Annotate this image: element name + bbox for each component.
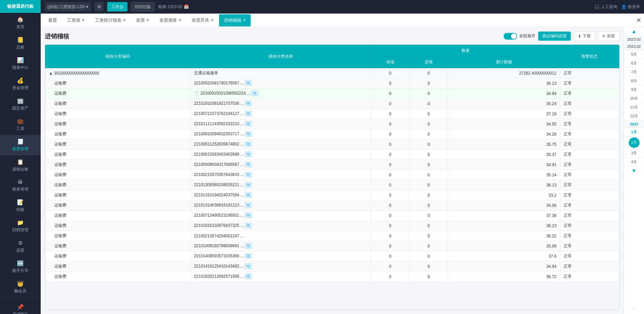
sidebar-item-archive[interactable]: 📁 归档管理 [0,216,41,236]
favorite-button[interactable]: ☆ [624,303,644,314]
panel-month-10月[interactable]: 10月 [624,94,644,103]
sidebar-item-funds[interactable]: 💰 资金管理 [0,74,41,94]
sidebar-unpin[interactable]: 📌 取消固定 [0,300,41,314]
unit-tag: 吨 [245,263,252,269]
table-row[interactable]: 运输费 22100523381780176567 ... 吨 0 0 36.13… [45,78,619,89]
panel-month-12月[interactable]: 12月 [624,112,644,121]
tab-close-invoice-calc[interactable]: ✕ [178,18,181,22]
cell-status: 正常 [560,180,619,190]
cell-status: 正常 [560,119,619,129]
cell-sales: 0 [371,211,409,221]
table-row[interactable]: 运输费 22101309365208535221 ... 吨 0 0 36.13… [45,180,619,190]
table-row[interactable]: 运输费 📄22100915031396592224 ... 吨 0 0 34.8… [45,89,619,99]
table-row[interactable]: 运输费 22101910361921707536 ... 吨 0 0 35.24… [45,99,619,109]
cell-purchase: 0 [409,211,448,221]
table-container: 税收分类编码 税收分类名称 数量 预警状态 销项 进项 累计数额 ▲ 30100… [45,44,620,310]
tab-close-payroll[interactable]: ✕ [82,18,85,22]
panel-month-11月[interactable]: 11月 [624,103,644,112]
company-selector[interactable]: (勿动) 江西报室-LSS ▾ [45,2,91,12]
sidebar-item-invoice-mgmt[interactable]: 🧾 发票管理 [0,135,41,155]
cell-invoice-no: 📄22100915031396592224 ... 吨 [190,89,371,99]
sidebar-item-member[interactable]: 👑 畅会员 [0,277,41,297]
panel-month-2月[interactable]: 2月 [629,137,640,148]
panel-month-6月[interactable]: 6月 [624,59,644,68]
tab-payroll-stat[interactable]: 工资统计报表✕ [90,14,131,26]
sidebar-item-settlement[interactable]: 📝 结账 [0,196,41,216]
cell-purchase: 0 [409,231,448,241]
panel-month-3月[interactable]: 3月 [624,149,644,158]
calendar-icon[interactable]: 📅 [184,4,189,9]
table-row[interactable]: 运输费 22101009192789838691 ... 吨 0 0 35.99… [45,241,619,251]
table-row[interactable]: 运输费 22101310194324037594 ... 吨 0 0 33.2 … [45,190,619,200]
tab-close-reconcile[interactable]: ✕ [243,18,246,22]
panel-year-2023[interactable]: 2023 [624,121,644,128]
table-row[interactable]: 运输费 22100721573762194127 ... 吨 0 0 37.18… [45,109,619,119]
panel-up-arrow[interactable]: ▲ [624,27,644,36]
panel-month-7月[interactable]: 7月 [624,68,644,77]
sidebar-item-tax[interactable]: 🏛 税务管理 [0,176,41,196]
table-row[interactable]: 运输费 22100215570357643633 ... 吨 0 0 35.14… [45,170,619,180]
table-row[interactable]: 运输费 22101408593571035366 ... 吨 0 0 37.6 … [45,251,619,261]
download-button[interactable]: ⬇ 下载 [573,31,595,41]
tab-invoice[interactable]: 发票✕ [131,14,154,26]
sidebar-unpin-label: 取消固定 [13,312,28,314]
panel-year-1[interactable]: 2023.02 [624,43,644,50]
expand-toggle[interactable] [504,33,517,40]
cell-purchase: 0 [409,221,448,231]
table-row[interactable]: 运输费 22101916102976437325 ... 吨 0 0 36.23… [45,221,619,231]
tab-close-payroll-stat[interactable]: ✕ [123,18,126,22]
tab-close-invoice-open[interactable]: ✕ [211,18,214,22]
workbench-button[interactable]: 工作台 [107,2,128,12]
sidebar-item-reports[interactable]: 📊 报表中心 [0,54,41,74]
cell-status: 正常 [560,109,619,119]
table-row[interactable]: 运输费 22100213574294001247 ... 0 0 36.22 正… [45,231,619,241]
unit-tag: 吨 [245,274,252,279]
sidebar-item-guide[interactable]: 🆕 新手引导 [0,257,41,277]
close-all-button[interactable]: ✕ [636,17,641,24]
panel-month-8月[interactable]: 8月 [624,77,644,85]
switch-button[interactable]: 切到旧版 [131,2,155,12]
user-menu[interactable]: 👤 徐淩华 [621,4,640,10]
panel-year-0[interactable]: 2023.02 [624,36,644,43]
table-row[interactable]: 运输费 22100615083403402688 ... 吨 0 0 35.37… [45,150,619,160]
table-row[interactable]: 运输费 22100713490523196931 ... 吨 0 0 37.38… [45,211,619,221]
unit-tag: 吨 [245,182,252,188]
table-row[interactable]: ▲ 30100000000000000000 交通运输服务 0 0 27262.… [45,68,619,78]
tab-invoice-open[interactable]: 发票开具✕ [187,14,218,26]
cell-status: 正常 [560,190,619,200]
cell-cumulative: 34.84 [448,89,560,99]
refresh-button[interactable]: ↻ 刷新 [598,31,620,41]
tab-invoice-calc[interactable]: 发票测算✕ [155,14,186,26]
table-row[interactable]: 运输费 22100509034317086587 ... 吨 0 0 34.91… [45,160,619,170]
unit-tag: 吨 [245,192,252,198]
cell-sales: 0 [371,68,409,78]
panel-month-5月[interactable]: 5月 [624,50,644,59]
panel-month-9月[interactable]: 9月 [624,85,644,94]
table-row[interactable]: 运输费 22101111143592152210 ... 吨 0 0 34.55… [45,119,619,129]
table-row[interactable]: 运输费 22100810094532303717 ... 吨 0 0 34.26… [45,129,619,139]
table-row[interactable]: 运输费 22101820212692571958 ... 吨 0 0 36.72… [45,272,619,282]
copy-button[interactable]: ⧉ [94,2,104,12]
tab-payroll[interactable]: 工资表✕ [62,14,90,26]
table-row[interactable]: 运输费 22100511252826674802 ... 吨 0 0 35.75… [45,139,619,150]
cell-sales: 0 [371,251,409,261]
table-row[interactable]: 运输费 22101419125410143402 ... 吨 0 0 34.94… [45,261,619,272]
sidebar-item-home[interactable]: 🏠 首页 [0,13,41,33]
tab-home[interactable]: 首页 [43,14,62,26]
sidebar-item-assets[interactable]: 🏢 固定资产 [0,94,41,115]
sidebar-item-ledger[interactable]: 📒 总账 [0,33,41,54]
panel-month-4月[interactable]: 4月 [624,158,644,166]
tab-close-invoice[interactable]: ✕ [146,18,149,22]
table-row[interactable]: 运输费 22101314030816191223 ... 吨 0 0 34.56… [45,200,619,211]
sidebar-item-settings[interactable]: ⚙ 设置 [0,236,41,257]
tab-reconcile[interactable]: 进销稽核✕ [219,14,251,26]
panel-down-arrow[interactable]: ▼ [624,166,644,175]
cell-invoice-no: 22101910361921707536 ... 吨 [190,99,371,109]
invoice-mgmt-icon: 🧾 [17,138,24,145]
settings-button[interactable]: 商品编码设置 [538,32,571,41]
support-link[interactable]: 🎧 人工咨询 [594,4,617,10]
panel-month-1月[interactable]: 1月 [624,128,644,137]
tab-label-reconcile: 进销稽核 [224,17,241,23]
sidebar-item-purchase-sales[interactable]: 📋 进销台账 [0,155,41,176]
sidebar-item-payroll[interactable]: 💼 工资 [0,115,41,135]
